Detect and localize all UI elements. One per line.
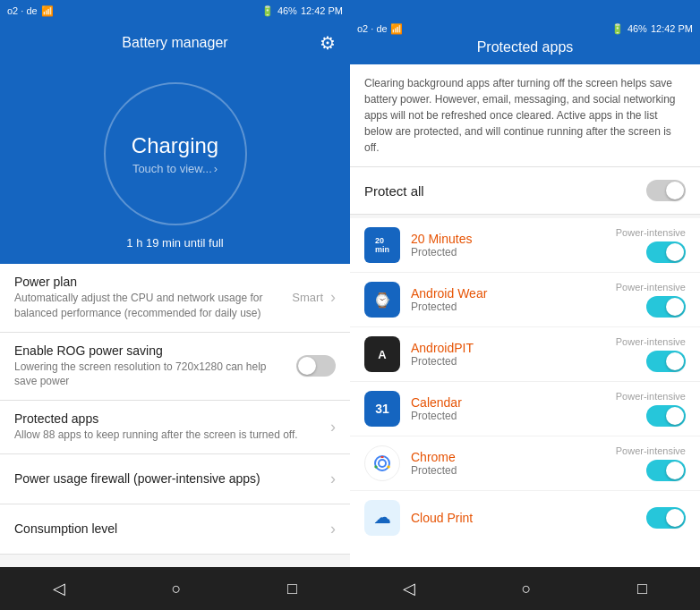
app-icon-20minutes: 20min [364,227,400,263]
toggle-androidpit[interactable] [646,351,686,372]
app-icon-androidpit: A [364,336,400,372]
right-status-left: o2 · de 📶 [357,23,403,35]
app-status-androidwear: Protected [411,301,616,313]
left-nav-recents[interactable]: □ [266,572,319,606]
power-label-20minutes: Power-intensive [616,227,686,238]
toggle-20minutes[interactable] [646,241,686,263]
app-info-calendar: Calendar Protected [411,395,616,422]
app-row-right-20minutes: Power-intensive [616,227,686,263]
app-status-20minutes: Protected [411,246,616,258]
app-row-20minutes[interactable]: 20min 20 Minutes Protected Power-intensi… [350,218,700,273]
charging-circle[interactable]: Charging Touch to view... › [104,82,247,225]
app-name-androidpit: AndroidPIT [411,341,616,355]
gear-icon[interactable]: ⚙ [320,32,336,54]
power-plan-desc: Automatically adjust the CPU and network… [14,291,285,321]
left-bottom-nav: ◁ ○ □ [0,567,350,610]
protect-all-toggle-knob [666,182,684,199]
protected-apps-desc: Allow 88 apps to keep running after the … [14,428,323,443]
toggle-knob-androidwear [666,298,684,316]
right-bottom-nav: ◁ ○ □ [350,567,700,610]
app-row-right-chrome: Power-intensive [616,445,686,481]
app-row-androidpit[interactable]: A AndroidPIT Protected Power-intensive [350,327,700,382]
right-nav-recents[interactable]: □ [616,572,669,606]
right-panel: o2 · de 📶 🔋 46% 12:42 PM Protected apps … [350,0,700,610]
rog-content: Enable ROG power saving Lowering the scr… [14,343,289,390]
menu-item-consumption[interactable]: Consumption level › [0,504,350,555]
power-plan-chevron: › [330,288,336,307]
app-row-calendar[interactable]: 31 Calendar Protected Power-intensive [350,382,700,436]
time-until-full: 1 h 19 min until full [126,236,223,250]
power-plan-value: Smart [292,291,323,304]
menu-item-rog[interactable]: Enable ROG power saving Lowering the scr… [0,333,350,402]
app-row-chrome[interactable]: Chrome Protected Power-intensive [350,436,700,491]
charging-title: Charging [132,133,218,158]
left-time: 12:42 PM [301,5,343,16]
left-status-left: o2 · de 📶 [7,5,54,17]
right-nav-back[interactable]: ◁ [381,572,437,606]
right-battery: 46% [627,23,647,34]
right-status-right: 🔋 46% 12:42 PM [611,23,693,35]
right-time: 12:42 PM [651,23,693,34]
menu-item-firewall[interactable]: Power usage firewall (power-intensive ap… [0,454,350,504]
left-signal-icon: 📶 [41,5,54,17]
app-info-cloudprint: Cloud Print [411,511,646,525]
charging-section: Charging Touch to view... › 1 h 19 min u… [0,64,350,264]
rog-toggle[interactable] [296,355,336,377]
app-name-calendar: Calendar [411,395,616,410]
left-status-bar: o2 · de 📶 🔋 46% 12:42 PM [0,0,350,21]
app-icon-androidwear: ⌚ [364,282,400,318]
power-plan-right: Smart › [292,288,336,307]
right-header: o2 · de 📶 🔋 46% 12:42 PM Protected apps [350,0,700,64]
toggle-androidwear[interactable] [646,296,686,318]
right-nav-home[interactable]: ○ [500,572,553,606]
chevron-right-icon: › [214,162,218,175]
app-info-androidwear: Android Wear Protected [411,286,616,313]
menu-item-protected-apps[interactable]: Protected apps Allow 88 apps to keep run… [0,401,350,454]
toggle-chrome[interactable] [646,460,686,481]
rog-title: Enable ROG power saving [14,343,289,358]
touch-to-view-label: Touch to view... [132,162,212,175]
toggle-calendar[interactable] [646,405,686,427]
consumption-title: Consumption level [14,521,323,536]
app-name-cloudprint: Cloud Print [411,511,646,525]
right-signal-icon: 📶 [390,23,403,34]
toggle-cloudprint[interactable] [646,507,686,529]
touch-to-view[interactable]: Touch to view... › [132,162,218,175]
consumption-right: › [330,520,336,538]
left-status-right: 🔋 46% 12:42 PM [261,5,343,17]
rog-desc: Lowering the screen resolution to 720x12… [14,360,289,390]
app-row-right-cloudprint [646,507,686,529]
protect-all-toggle[interactable] [646,180,686,201]
protect-all-row[interactable]: Protect all [350,167,700,215]
left-battery: 46% [277,5,297,16]
menu-list: Power plan Automatically adjust the CPU … [0,264,350,567]
app-row-right-androidwear: Power-intensive [616,282,686,318]
app-status-calendar: Protected [411,410,616,422]
power-label-chrome: Power-intensive [616,445,686,456]
app-info-20minutes: 20 Minutes Protected [411,232,616,258]
battery-manager-title: Battery manager [122,35,227,51]
power-plan-content: Power plan Automatically adjust the CPU … [14,275,285,321]
protect-all-label: Protect all [364,183,424,199]
chrome-svg [370,451,395,476]
toggle-knob-cloudprint [666,509,684,527]
power-label-androidwear: Power-intensive [616,282,686,292]
app-row-androidwear[interactable]: ⌚ Android Wear Protected Power-intensive [350,273,700,327]
app-list: 20min 20 Minutes Protected Power-intensi… [350,218,700,567]
description-text: Clearing background apps after turning o… [364,77,676,154]
firewall-content: Power usage firewall (power-intensive ap… [14,471,323,486]
app-status-androidpit: Protected [411,355,616,368]
left-battery-icon: 🔋 [261,5,274,17]
left-nav-back[interactable]: ◁ [31,572,87,606]
protected-apps-chevron: › [330,418,336,436]
toggle-knob-androidpit [666,352,684,370]
left-nav-home[interactable]: ○ [150,572,203,606]
app-name-chrome: Chrome [411,450,616,464]
firewall-right: › [330,470,336,488]
firewall-chevron: › [330,470,336,488]
right-battery-icon: 🔋 [611,23,624,35]
app-row-cloudprint[interactable]: ☁ Cloud Print [350,491,700,545]
app-name-20minutes: 20 Minutes [411,232,616,246]
app-name-androidwear: Android Wear [411,286,616,301]
menu-item-power-plan[interactable]: Power plan Automatically adjust the CPU … [0,264,350,333]
